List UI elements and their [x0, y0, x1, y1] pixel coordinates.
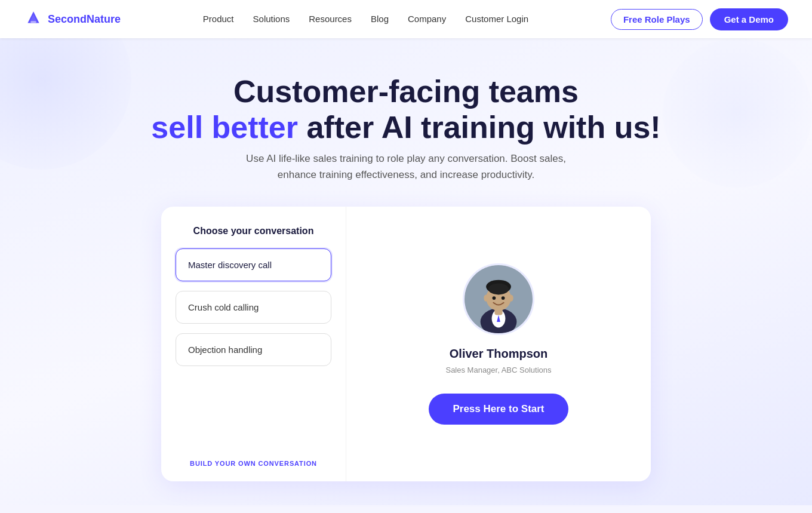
build-own-conversation-link[interactable]: BUILD YOUR OWN CONVERSATION	[176, 460, 331, 467]
svg-point-10	[488, 283, 509, 294]
option-master-discovery[interactable]: Master discovery call	[176, 248, 331, 281]
hero-title: Customer-facing teams sell better after …	[12, 74, 800, 146]
start-button[interactable]: Press Here to Start	[429, 394, 568, 425]
navbar: SecondNature Product Solutions Resources…	[0, 0, 812, 38]
agent-avatar	[463, 263, 534, 335]
svg-rect-2	[30, 21, 36, 23]
option-objection-handling[interactable]: Objection handling	[176, 333, 331, 366]
hero-section: Customer-facing teams sell better after …	[0, 38, 812, 505]
logo-icon	[24, 10, 43, 29]
svg-point-12	[502, 296, 505, 300]
nav-product[interactable]: Product	[203, 14, 234, 24]
hero-subtitle: Use AI life-like sales training to role …	[233, 150, 579, 183]
bottom-section: World-class companies choose Second Natu…	[0, 505, 812, 513]
card-right-panel: Oliver Thompson Sales Manager, ABC Solut…	[346, 207, 651, 481]
nav-customer-login[interactable]: Customer Login	[465, 14, 528, 24]
agent-name: Oliver Thompson	[450, 347, 548, 361]
free-role-plays-button[interactable]: Free Role Plays	[611, 9, 703, 30]
avatar-image	[465, 263, 533, 335]
nav-solutions[interactable]: Solutions	[253, 14, 290, 24]
get-demo-button[interactable]: Get a Demo	[710, 8, 788, 30]
option-crush-cold-calling[interactable]: Crush cold calling	[176, 291, 331, 324]
card-left-panel: Choose your conversation Master discover…	[161, 207, 346, 481]
logo[interactable]: SecondNature	[24, 10, 121, 29]
card-left-title: Choose your conversation	[176, 226, 331, 236]
conversation-card: Choose your conversation Master discover…	[161, 207, 651, 481]
nav-cta-group: Free Role Plays Get a Demo	[611, 8, 788, 30]
svg-point-11	[493, 296, 496, 300]
nav-company[interactable]: Company	[408, 14, 446, 24]
svg-point-14	[509, 294, 513, 301]
nav-resources[interactable]: Resources	[309, 14, 352, 24]
agent-title: Sales Manager, ABC Solutions	[445, 365, 551, 374]
logo-text: SecondNature	[48, 13, 121, 26]
nav-blog[interactable]: Blog	[371, 14, 389, 24]
nav-links: Product Solutions Resources Blog Company…	[203, 14, 528, 24]
svg-point-13	[484, 294, 488, 301]
